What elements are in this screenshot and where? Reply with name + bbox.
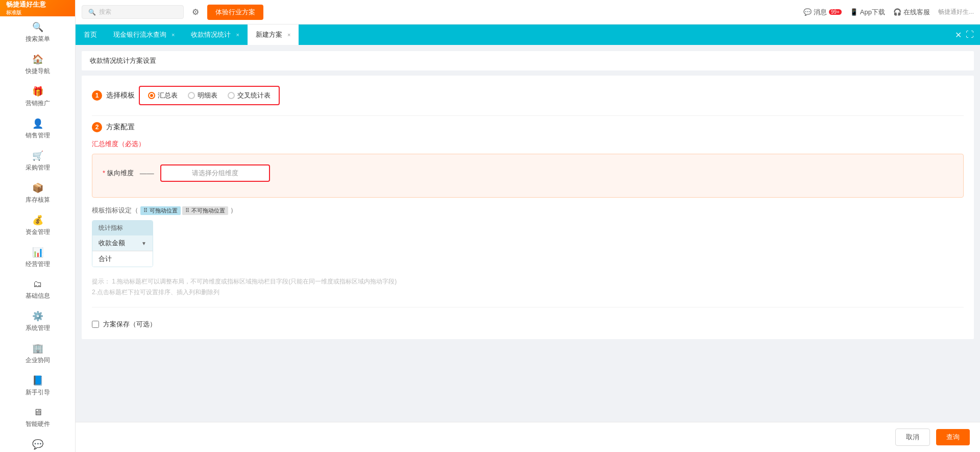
expand-icon[interactable]: ⛶ (966, 30, 974, 39)
search-menu-icon: 🔍 (32, 21, 43, 33)
username-label: 畅捷通好生... (938, 8, 974, 16)
indicator-label-row: 模板指标设定（ ⠿ 可拖动位置 ⠿ 不可拖动位置 ） (92, 206, 964, 215)
tab-label-new-plan: 新建方案 (256, 30, 282, 39)
tab-home[interactable]: 首页 (76, 25, 105, 45)
step1-header: 1 选择模板 汇总表明细表交叉统计表 (92, 86, 964, 105)
tab-label-bank-flow: 现金银行流水查询 (113, 30, 166, 39)
sidebar-item-marketing[interactable]: 🎁营销推广 (0, 81, 75, 113)
tab-close-collection-stat[interactable]: × (236, 32, 239, 38)
topbar-right: 💬 消息 99+ 📱 App下载 🎧 在线客服 畅捷通好生... (803, 8, 974, 17)
main-card: 1 选择模板 汇总表明细表交叉统计表 2 方案配置 (82, 76, 974, 339)
sidebar-item-purchase[interactable]: 🛒采购管理 (0, 145, 75, 177)
indicator-label-text: 模板指标设定（ ⠿ 可拖动位置 ⠿ 不可拖动位置 ） (92, 206, 237, 215)
sales-label: 销售管理 (26, 131, 50, 140)
tabbar: 首页现金银行流水查询×收款情况统计×新建方案× ✕ ⛶ (76, 25, 980, 45)
tab-bank-flow[interactable]: 现金银行流水查询× (105, 25, 183, 45)
tab-close-bank-flow[interactable]: × (172, 32, 175, 38)
non-draggable-label: 不可拖动位置 (191, 207, 225, 215)
trial-button[interactable]: 体验行业方案 (207, 5, 263, 20)
save-plan-label: 方案保存（可选） (103, 320, 156, 329)
vertical-dimension-row: * 纵向维度 —— 请选择分组维度 (103, 164, 953, 182)
non-draggable-icon: ⠿ (185, 207, 189, 214)
draggable-badge: ⠿ 可拖动位置 (140, 206, 181, 215)
guide-icon: 📘 (32, 375, 43, 386)
app-download-label: App下载 (860, 8, 885, 17)
sidebar-item-search-menu[interactable]: 🔍搜索菜单 (0, 16, 75, 49)
hint-area: 提示： 1.拖动标题栏可以调整布局，不可跨维度或指标区域拖动栏目字段(只能在同一… (92, 277, 964, 297)
page-title-bar: 收款情况统计方案设置 (82, 51, 974, 70)
sidebar-item-wechat[interactable]: 💬企业微信 (0, 434, 75, 452)
radio-dot-summary (148, 92, 155, 99)
tab-collection-stat[interactable]: 收款情况统计× (183, 25, 247, 45)
radio-summary[interactable]: 汇总表 (148, 91, 178, 100)
hardware-label: 智能硬件 (26, 420, 50, 429)
non-draggable-badge: ⠿ 不可拖动位置 (182, 206, 228, 215)
system-icon: ⚙️ (32, 311, 43, 322)
app-download-item[interactable]: 📱 App下载 (850, 8, 885, 17)
hint-1: 提示： 1.拖动标题栏可以调整布局，不可跨维度或指标区域拖动栏目字段(只能在同一… (92, 277, 964, 286)
arrow: —— (140, 169, 154, 177)
radio-detail[interactable]: 明细表 (188, 91, 217, 100)
enterprise-icon: 🏢 (32, 343, 43, 354)
content-area: 收款情况统计方案设置 1 选择模板 汇总表明细表交叉统计表 (76, 45, 980, 422)
inventory-label: 库存核算 (26, 196, 50, 204)
radio-dot-cross (228, 92, 235, 99)
online-service-label: 在线客服 (903, 8, 930, 17)
indicator-label-prefix: 模板指标设定（ (92, 206, 138, 214)
step2-number: 2 (95, 124, 99, 131)
sidebar-item-basic[interactable]: 🗂基础信息 (0, 274, 75, 305)
sidebar-item-system[interactable]: ⚙️系统管理 (0, 305, 75, 338)
radio-label-detail: 明细表 (198, 91, 217, 100)
tab-new-plan[interactable]: 新建方案× (248, 25, 299, 45)
quick-nav-icon: 🏠 (32, 54, 43, 65)
tab-label-home: 首页 (84, 30, 97, 39)
indicator-label-close: ） (230, 206, 237, 214)
cancel-button[interactable]: 取消 (895, 429, 930, 446)
amount-label: 收款金额 (99, 239, 125, 248)
sidebar-item-hardware[interactable]: 🖥智能硬件 (0, 402, 75, 434)
settings-icon[interactable]: ⚙ (192, 7, 199, 17)
sidebar-item-guide[interactable]: 📘新手引导 (0, 370, 75, 402)
main-content: 🔍 搜索 ⚙ 体验行业方案 💬 消息 99+ 📱 App下载 🎧 在线客服 畅捷… (76, 0, 980, 452)
tab-close-new-plan[interactable]: × (287, 32, 290, 38)
tabbar-right-actions: ✕ ⛶ (955, 30, 980, 40)
dimension-select[interactable]: 请选择分组维度 (160, 164, 270, 182)
vertical-dimension-label: * 纵向维度 (103, 169, 134, 178)
guide-label: 新手引导 (26, 388, 50, 397)
radio-dot-detail (188, 92, 195, 99)
sidebar-item-enterprise[interactable]: 🏢企业协同 (0, 338, 75, 370)
step2-section: 2 方案配置 汇总维度（必选） * 纵向维度 (92, 122, 964, 297)
quick-nav-label: 快捷导航 (26, 67, 50, 76)
query-button[interactable]: 查询 (936, 429, 970, 445)
step2-header: 2 方案配置 (92, 122, 964, 132)
wechat-icon: 💬 (32, 439, 43, 450)
service-icon: 🎧 (893, 8, 901, 16)
search-menu-label: 搜索菜单 (26, 35, 50, 43)
sidebar: 畅捷通好生意 标准版 🔍搜索菜单🏠快捷导航🎁营销推广👤销售管理🛒采购管理📦库存核… (0, 0, 76, 452)
divider1 (92, 115, 964, 116)
divider2 (92, 307, 964, 307)
online-service-item[interactable]: 🎧 在线客服 (893, 8, 930, 17)
vertical-label-text: 纵向维度 (107, 169, 134, 177)
enterprise-label: 企业协同 (26, 356, 50, 365)
notification-item[interactable]: 💬 消息 99+ (803, 8, 842, 17)
close-window-icon[interactable]: ✕ (955, 30, 962, 40)
bottom-bar: 取消 查询 (76, 422, 980, 452)
indicator-cell-amount[interactable]: 收款金额 ▼ (92, 235, 153, 251)
step2-title: 方案配置 (106, 123, 135, 132)
sales-icon: 👤 (32, 118, 43, 129)
topbar-search-box[interactable]: 🔍 搜索 (82, 5, 184, 19)
sidebar-brand: 畅捷通好生意 标准版 (0, 0, 75, 16)
sidebar-item-finance[interactable]: 💰资金管理 (0, 209, 75, 242)
sidebar-item-sales[interactable]: 👤销售管理 (0, 113, 75, 145)
dimension-label-text: 汇总维度（必选） (92, 140, 145, 148)
sidebar-item-operation[interactable]: 📊经营管理 (0, 242, 75, 274)
save-plan-checkbox[interactable] (92, 321, 99, 328)
finance-icon: 💰 (32, 215, 43, 226)
template-radio-group: 汇总表明细表交叉统计表 (139, 86, 280, 105)
step2-circle: 2 (92, 122, 102, 132)
save-row: 方案保存（可选） (92, 314, 964, 329)
sidebar-item-quick-nav[interactable]: 🏠快捷导航 (0, 49, 75, 81)
radio-cross[interactable]: 交叉统计表 (228, 91, 271, 100)
sidebar-item-inventory[interactable]: 📦库存核算 (0, 177, 75, 209)
